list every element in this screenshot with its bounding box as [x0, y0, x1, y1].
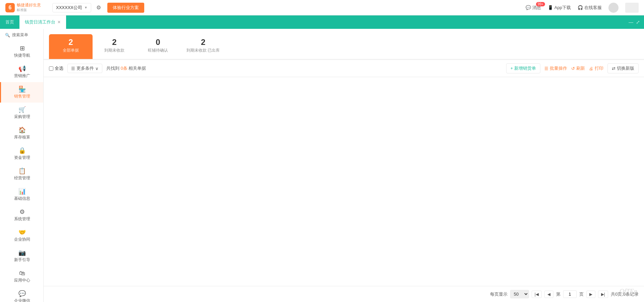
- online-service-label: 在线客服: [584, 5, 602, 11]
- service-icon: 🎧: [578, 5, 583, 10]
- page-text: 第: [556, 291, 560, 297]
- inventory-icon: 🏠: [18, 127, 26, 133]
- sidebar-search[interactable]: 🔍 搜索菜单: [0, 29, 43, 41]
- enterprise-icon: 🤝: [18, 229, 26, 235]
- page-of-text: 页: [579, 291, 584, 297]
- finance-icon: 🔒: [18, 147, 26, 154]
- tab-close-icon[interactable]: ✕: [57, 20, 61, 24]
- add-sale-order-button[interactable]: + 新增销货单: [506, 63, 540, 73]
- stat-all-number: 2: [56, 38, 86, 47]
- message-action[interactable]: 💬 消息 99+: [526, 5, 541, 11]
- app-icon: 📱: [548, 5, 553, 10]
- header-right: 💬 消息 99+ 📱 App下载 🎧 在线客服: [526, 3, 639, 13]
- found-suffix: 相关单据: [128, 66, 146, 71]
- company-selector[interactable]: XXXXXX公司 ▼: [52, 3, 91, 12]
- sidebar-item-finance[interactable]: 🔒 资金管理: [0, 143, 43, 164]
- tab-bar: 首页 钱货日清工作台 ✕ — ⤢: [0, 15, 644, 29]
- batch-icon: ☰: [544, 66, 548, 71]
- filter-button[interactable]: ☰ 更多条件 ∨: [67, 64, 102, 73]
- sidebar-item-enterprise-label: 企业协同: [14, 237, 30, 242]
- sidebar-item-guide[interactable]: 📷 新手引导: [0, 246, 43, 266]
- message-badge: 99+: [536, 2, 545, 6]
- tab-maximize-icon[interactable]: ⤢: [636, 19, 640, 25]
- page-number-input[interactable]: [563, 290, 577, 298]
- company-name: XXXXXX公司: [56, 5, 82, 11]
- batch-operation-button[interactable]: ☰ 批量操作: [544, 65, 567, 71]
- sidebar-item-quick-nav-label: 快捷导航: [14, 53, 30, 58]
- switch-label: 切换新版: [617, 65, 634, 71]
- stat-tab-all[interactable]: 2 全部单据: [49, 34, 93, 59]
- table-area: [44, 77, 644, 286]
- sidebar-item-purchase-label: 采购管理: [14, 114, 30, 120]
- tab-cash[interactable]: 钱货日清工作台 ✕: [19, 15, 66, 29]
- filter-icon: ☰: [71, 66, 75, 71]
- system-icon: ⚙: [19, 209, 25, 215]
- operation-icon: 📋: [18, 168, 26, 174]
- print-button[interactable]: 🖨 打印: [589, 65, 603, 71]
- message-icon: 💬: [526, 5, 531, 10]
- sidebar-item-basic[interactable]: 📊 基础信息: [0, 184, 43, 205]
- sidebar-item-basic-label: 基础信息: [14, 196, 30, 201]
- logo-name: 畅捷通好生意: [17, 3, 41, 8]
- toolbar: 全选 ☰ 更多条件 ∨ 共找到 0条 相关单据 + 新增销货单 ☰ 批量操作 ↺: [44, 60, 644, 77]
- search-icon: 🔍: [5, 33, 10, 38]
- tab-minimize-icon[interactable]: —: [629, 19, 633, 25]
- select-all-checkbox[interactable]: 全选: [49, 65, 63, 71]
- sidebar-item-operation[interactable]: 📋 经营管理: [0, 164, 43, 184]
- first-page-button[interactable]: |◀: [532, 291, 542, 298]
- app-download-label: App下载: [554, 5, 571, 11]
- last-page-button[interactable]: ▶|: [598, 291, 608, 298]
- sidebar-item-sales[interactable]: 🏪 销售管理: [0, 82, 43, 103]
- settings-icon[interactable]: ⚙: [94, 3, 103, 12]
- total-records: 共0页,0条记录: [611, 291, 639, 297]
- marketing-icon: 📢: [18, 66, 26, 72]
- stat-overdue-out-number: 2: [186, 38, 220, 47]
- quick-nav-icon: ⊞: [20, 45, 25, 51]
- filter-arrow-icon: ∨: [95, 66, 99, 71]
- found-text: 共找到 0条 相关单据: [106, 65, 146, 71]
- switch-icon: ⇄: [612, 66, 615, 71]
- stat-tab-overdue-out[interactable]: 2 到期未收款 已出库: [180, 34, 226, 59]
- sidebar-item-purchase[interactable]: 🛒 采购管理: [0, 103, 43, 123]
- user-avatar[interactable]: [608, 3, 619, 13]
- user-name-area[interactable]: [625, 3, 639, 13]
- toolbar-right: + 新增销货单 ☰ 批量操作 ↺ 刷新 🖨 打印 ⇄ 切换新版: [506, 63, 639, 73]
- app-download-action[interactable]: 📱 App下载: [548, 5, 571, 11]
- per-page-select[interactable]: 20 50 100 200: [510, 290, 529, 298]
- stat-overdue-out-label: 到期未收款 已出库: [186, 48, 220, 53]
- stat-all-label: 全部单据: [56, 48, 86, 53]
- tab-home-label: 首页: [5, 19, 14, 25]
- tab-home[interactable]: 首页: [0, 15, 19, 29]
- tab-actions: — ⤢: [629, 19, 644, 25]
- sidebar-item-marketing[interactable]: 📢 营销推广: [0, 62, 43, 82]
- sales-icon: 🏪: [18, 86, 26, 92]
- online-service-action[interactable]: 🎧 在线客服: [578, 5, 602, 11]
- sidebar-item-inventory-label: 库存核算: [14, 134, 30, 140]
- switch-version-button[interactable]: ⇄ 切换新版: [607, 63, 639, 73]
- found-count: 0条: [121, 66, 127, 71]
- sidebar-item-system-label: 系统管理: [14, 216, 30, 222]
- select-all-input[interactable]: [49, 66, 53, 71]
- sidebar-item-enterprise[interactable]: 🤝 企业协同: [0, 225, 43, 246]
- sidebar-item-weixin[interactable]: 💬 企业微信: [0, 287, 43, 302]
- stat-overdue-number: 2: [99, 38, 129, 47]
- sidebar-item-inventory[interactable]: 🏠 库存核算: [0, 123, 43, 143]
- select-all-label: 全选: [55, 65, 63, 71]
- tab-cash-label: 钱货日清工作台: [25, 19, 55, 25]
- basic-icon: 📊: [18, 188, 26, 194]
- prev-page-button[interactable]: ◀: [544, 291, 553, 298]
- print-label: 打印: [595, 65, 603, 71]
- stat-tab-overdue[interactable]: 2 到期未收款: [93, 34, 136, 59]
- content-area: 2 全部单据 2 到期未收款 0 旺辅待确认 2 到期未收款 已出库 全选: [44, 29, 644, 302]
- stat-wangwang-number: 0: [143, 38, 173, 47]
- sidebar-item-system[interactable]: ⚙ 系统管理: [0, 205, 43, 225]
- refresh-button[interactable]: ↺ 刷新: [571, 65, 585, 71]
- refresh-icon: ↺: [571, 66, 575, 71]
- batch-label: 批量操作: [550, 65, 567, 71]
- stat-tab-wangwang[interactable]: 0 旺辅待确认: [136, 34, 180, 59]
- trial-button[interactable]: 体验行业方案: [107, 3, 144, 13]
- sidebar-item-quick-nav[interactable]: ⊞ 快捷导航: [0, 41, 43, 62]
- sidebar-item-appstore[interactable]: 🛍 应用中心: [0, 266, 43, 287]
- logo-badge: 标准版: [17, 8, 41, 12]
- next-page-button[interactable]: ▶: [586, 291, 595, 298]
